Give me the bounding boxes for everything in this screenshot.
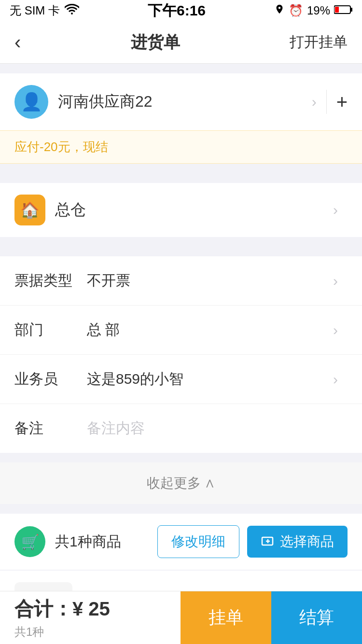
svg-rect-1 [350, 8, 352, 12]
product-header: 🛒 共1种商品 修改明细 选择商品 [0, 514, 362, 570]
select-product-button[interactable]: 选择商品 [247, 526, 348, 558]
avatar-icon: 👤 [21, 92, 42, 112]
checkout-button[interactable]: 结算 [271, 591, 362, 644]
pending-button[interactable]: 挂单 [181, 591, 271, 644]
invoice-label: 票据类型 [14, 271, 77, 291]
remark-input[interactable]: 备注内容 [77, 419, 348, 438]
chevron-right-icon: › [312, 94, 317, 110]
supplier-avatar: 👤 [14, 85, 48, 119]
wifi-icon [65, 4, 79, 17]
open-pending-button[interactable]: 打开挂单 [290, 32, 348, 52]
cart-icon [261, 535, 275, 548]
product-icon: 🛒 [21, 533, 39, 550]
invoice-chevron-icon: › [333, 273, 338, 289]
supplier-section: 👤 河南供应商22 › + 应付-20元，现结 [0, 73, 362, 164]
warehouse-row[interactable]: 🏠 总仓 › [0, 183, 362, 237]
footer-total: 合计：¥ 25 共1种 [0, 596, 181, 640]
form-section: 票据类型 不开票 › 部门 总 部 › 业务员 这是859的小智 › 备注 备注… [0, 256, 362, 453]
notice-banner: 应付-20元，现结 [0, 130, 362, 164]
staff-chevron-icon: › [333, 371, 338, 388]
notice-text: 应付-20元，现结 [14, 140, 108, 154]
dept-value: 总 部 [77, 320, 333, 340]
nav-bar: ‹ 进货单 打开挂单 [0, 21, 362, 64]
gap-4 [0, 504, 362, 514]
add-supplier-button[interactable]: + [336, 91, 348, 113]
back-button[interactable]: ‹ [14, 31, 21, 53]
footer: 合计：¥ 25 共1种 挂单 结算 [0, 591, 362, 644]
status-bar: 无 SIM 卡 下午6:16 ⏰ 19% [0, 0, 362, 21]
dept-label: 部门 [14, 320, 77, 340]
status-right: ⏰ 19% [274, 4, 352, 17]
select-product-label: 选择商品 [280, 532, 334, 551]
signal-text: 无 SIM 卡 [10, 3, 60, 18]
supplier-row[interactable]: 👤 河南供应商22 › + [0, 73, 362, 130]
total-amount: ¥ 25 [72, 598, 110, 619]
warehouse-section: 🏠 总仓 › [0, 183, 362, 237]
warehouse-icon-wrap: 🏠 [14, 195, 45, 225]
invoice-value: 不开票 [77, 271, 333, 291]
gap-3 [0, 247, 362, 256]
staff-value: 这是859的小智 [77, 369, 333, 389]
modify-detail-button[interactable]: 修改明细 [157, 525, 239, 558]
staff-label: 业务员 [14, 369, 77, 389]
product-count: 共1种商品 [55, 532, 157, 552]
battery-icon [334, 4, 352, 17]
warehouse-icon: 🏠 [20, 201, 40, 219]
warehouse-chevron-icon: › [333, 202, 338, 218]
remark-label: 备注 [14, 419, 77, 438]
gap-1 [0, 64, 362, 73]
warehouse-name: 总仓 [55, 199, 333, 221]
alarm-icon: ⏰ [289, 4, 303, 17]
dept-chevron-icon: › [333, 322, 338, 338]
product-icon-wrap: 🛒 [14, 526, 45, 557]
collapse-row[interactable]: 收起更多 ∧ [0, 462, 362, 504]
status-left: 无 SIM 卡 [10, 3, 79, 18]
vertical-divider [326, 90, 327, 114]
remark-row[interactable]: 备注 备注内容 [0, 404, 362, 453]
dept-row[interactable]: 部门 总 部 › [0, 306, 362, 355]
location-icon [274, 4, 285, 17]
supplier-name: 河南供应商22 [58, 91, 312, 112]
total-count: 共1种 [14, 624, 166, 640]
gap-2 [0, 173, 362, 183]
status-time: 下午6:16 [148, 1, 206, 21]
invoice-row[interactable]: 票据类型 不开票 › [0, 256, 362, 306]
total-amount-row: 合计：¥ 25 [14, 596, 166, 622]
total-label: 合计： [14, 598, 72, 619]
collapse-label: 收起更多 ∧ [147, 474, 216, 492]
battery-text: 19% [307, 4, 330, 17]
svg-rect-2 [335, 7, 339, 13]
page-title: 进货单 [131, 31, 180, 54]
staff-row[interactable]: 业务员 这是859的小智 › [0, 355, 362, 404]
